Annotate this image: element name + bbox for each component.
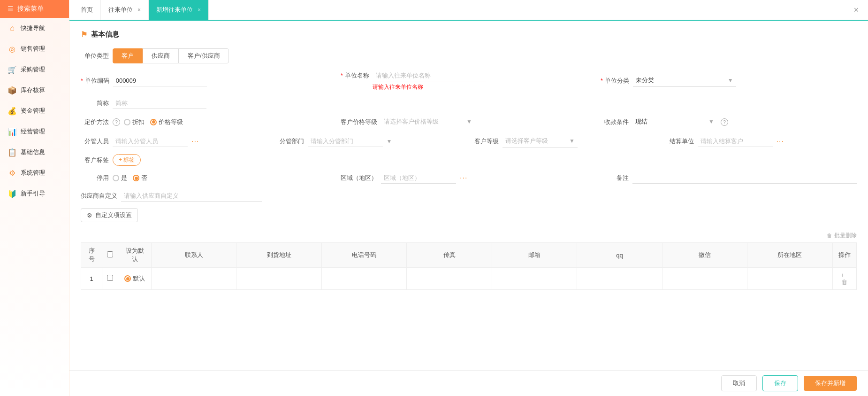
disable-yes[interactable]: 是 xyxy=(113,174,127,182)
sidebar-label-quick-nav: 快捷导航 xyxy=(21,24,45,32)
batch-delete-label: 批量删除 xyxy=(834,232,857,240)
sidebar-item-system[interactable]: ⚙ 系统管理 xyxy=(0,163,69,183)
section-header: ⚑ 基本信息 xyxy=(81,30,857,39)
delete-icon: 🗑 xyxy=(827,233,832,239)
sidebar-item-sales[interactable]: ◎ 销售管理 xyxy=(0,39,69,59)
customer-price-chevron: ▼ xyxy=(466,118,472,125)
pricing-help-icon[interactable]: ? xyxy=(113,118,120,126)
row-shortname: 简称 xyxy=(81,98,857,109)
customer-level-select[interactable]: 请选择客户等级 ▼ xyxy=(503,135,578,148)
region-input[interactable] xyxy=(381,172,456,184)
tab-partners-close[interactable]: × xyxy=(137,7,141,13)
payment-terms-label: 收款条件 xyxy=(601,118,629,126)
short-name-input[interactable] xyxy=(113,98,206,109)
tab-partners[interactable]: 往来单位 × xyxy=(101,0,149,20)
tab-home[interactable]: 首页 xyxy=(73,0,101,20)
region-more[interactable]: ··· xyxy=(460,174,467,182)
operation-icon: 📊 xyxy=(8,127,17,136)
row-wechat-cell xyxy=(662,268,747,290)
row-address-input[interactable] xyxy=(241,273,316,284)
sidebar-item-inventory[interactable]: 📦 库存核算 xyxy=(0,80,69,101)
save-button[interactable]: 保存 xyxy=(762,375,798,391)
sidebar-item-quick-nav[interactable]: ⌂ 快捷导航 xyxy=(0,18,69,39)
payment-terms-select[interactable]: 现结 ▼ xyxy=(632,116,717,128)
short-name-label: 简称 xyxy=(81,99,109,108)
unit-name-error: 请输入往来单位名称 xyxy=(373,83,597,91)
tab-new-partner[interactable]: 新增往来单位 × xyxy=(149,0,209,20)
row-wechat-input[interactable] xyxy=(667,273,742,284)
bottom-action-bar: 取消 保存 保存并新增 xyxy=(69,370,868,396)
contacts-table: 序号 设为默认 联系人 到货地址 电话号码 传真 邮箱 qq 微信 所在地区 xyxy=(81,242,857,290)
remark-label: 备注 xyxy=(601,174,629,182)
row-fax-input[interactable] xyxy=(411,273,487,284)
disable-no[interactable]: 否 xyxy=(133,174,147,182)
row-pricing: 定价方法 ? 折扣 价格等级 客户价格等级 请选择客户价格等级 xyxy=(81,116,857,128)
col-region: 所在地区 xyxy=(747,243,832,268)
purchase-icon: 🛒 xyxy=(8,65,17,74)
sidebar-item-operation[interactable]: 📊 经营管理 xyxy=(0,121,69,142)
unit-type-customer[interactable]: 客户 xyxy=(113,48,143,63)
row-checkbox[interactable] xyxy=(107,275,113,281)
unit-type-both[interactable]: 客户/供应商 xyxy=(179,48,229,63)
col-fax: 传真 xyxy=(407,243,492,268)
sidebar-label-operation: 经营管理 xyxy=(21,127,45,136)
tab-new-partner-close[interactable]: × xyxy=(198,7,201,13)
cancel-button[interactable]: 取消 xyxy=(721,375,757,391)
row-contact-input[interactable] xyxy=(156,273,231,284)
home-icon: ⌂ xyxy=(8,23,17,33)
dept-input[interactable] xyxy=(308,136,383,147)
dept-label: 分管部门 xyxy=(276,137,304,146)
newbie-icon: 🔰 xyxy=(8,189,17,198)
flag-icon: ⚑ xyxy=(81,30,87,39)
sidebar-item-finance[interactable]: 💰 资金管理 xyxy=(0,101,69,121)
settlement-more[interactable]: ··· xyxy=(777,137,784,146)
tab-partners-label: 往来单位 xyxy=(108,6,133,14)
settlement-input[interactable] xyxy=(698,136,773,147)
disable-no-label: 否 xyxy=(141,174,147,182)
row-default-label: 默认 xyxy=(133,274,145,283)
main-area: 首页 往来单位 × 新增往来单位 × × ⚑ 基本信息 单位类型 客户 供应商 … xyxy=(69,0,868,396)
sidebar-item-purchase[interactable]: 🛒 采购管理 xyxy=(0,59,69,80)
row-region-input[interactable] xyxy=(752,273,827,284)
tab-bar-close-all[interactable]: × xyxy=(848,5,864,15)
row-phone-input[interactable] xyxy=(327,273,402,284)
batch-delete-button[interactable]: 🗑 批量删除 xyxy=(827,232,857,240)
pricing-discount[interactable]: 折扣 xyxy=(124,118,145,126)
customer-level-placeholder: 请选择客户等级 xyxy=(505,137,548,145)
payment-terms-value: 现结 xyxy=(635,117,647,126)
disable-yes-label: 是 xyxy=(121,174,127,182)
settlement-label: 结算单位 xyxy=(666,137,694,146)
region-label: 区域（地区） xyxy=(341,174,377,182)
pricing-level[interactable]: 价格等级 xyxy=(150,118,183,126)
col-contact: 联系人 xyxy=(152,243,236,268)
row-add-icon[interactable]: + xyxy=(841,272,845,279)
col-wechat: 微信 xyxy=(662,243,747,268)
unit-type-supplier[interactable]: 供应商 xyxy=(143,48,179,63)
row-delete-icon[interactable]: 🗑 xyxy=(841,279,847,286)
manager-more[interactable]: ··· xyxy=(191,137,199,146)
pricing-radio-group: 折扣 价格等级 xyxy=(124,118,183,126)
row-email-input[interactable] xyxy=(497,273,572,284)
save-new-button[interactable]: 保存并新增 xyxy=(804,376,857,391)
col-index: 序号 xyxy=(81,243,102,268)
unit-name-input[interactable] xyxy=(373,70,486,81)
sidebar-search[interactable]: ☰ 搜索菜单 xyxy=(0,0,69,18)
row-fax-cell xyxy=(407,268,492,290)
add-tag-button[interactable]: + 标签 xyxy=(113,154,141,166)
remark-input[interactable] xyxy=(632,172,857,184)
contacts-table-section: 🗑 批量删除 序号 设为默认 联系人 到货地址 电话号码 传真 xyxy=(81,232,857,290)
sidebar-item-basic[interactable]: 📋 基础信息 xyxy=(0,142,69,163)
custom-settings-button[interactable]: ⚙ 自定义项设置 xyxy=(81,208,138,222)
pricing-label: 定价方法 xyxy=(81,118,109,126)
unit-category-select[interactable]: 未分类 ▼ xyxy=(633,74,736,87)
select-all-checkbox[interactable] xyxy=(107,251,113,257)
customer-price-select[interactable]: 请选择客户价格等级 ▼ xyxy=(381,116,475,128)
supplier-custom-input[interactable] xyxy=(121,190,262,202)
row-default-radio[interactable]: 默认 xyxy=(123,274,146,283)
unit-code-input[interactable] xyxy=(113,75,207,86)
form-content: ⚑ 基本信息 单位类型 客户 供应商 客户/供应商 单位编码 单位名称 xyxy=(69,21,868,370)
sidebar-item-newbie[interactable]: 🔰 新手引导 xyxy=(0,183,69,204)
row-qq-input[interactable] xyxy=(582,273,657,284)
manager-input[interactable] xyxy=(113,136,188,147)
payment-terms-help-icon[interactable]: ? xyxy=(721,118,728,126)
